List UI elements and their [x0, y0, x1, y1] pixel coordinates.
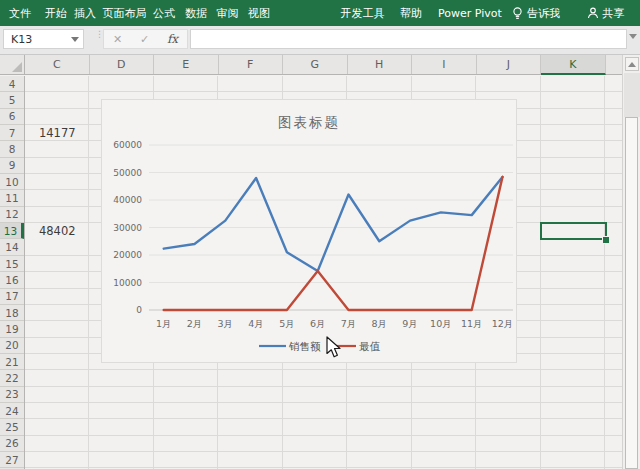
row-header-6[interactable]: 6 — [0, 109, 24, 125]
y-tick-label: 20000 — [113, 250, 142, 260]
row-header-10[interactable]: 10 — [0, 174, 24, 190]
x-tick-label-9: 9月 — [402, 318, 418, 329]
chart-object[interactable]: 01000020000300004000050000600001月2月3月4月5… — [101, 99, 517, 363]
ribbon-tab-页面布局[interactable]: 页面布局 — [103, 0, 147, 26]
ribbon-tab-label: 告诉我 — [527, 6, 560, 21]
scrollbar-track[interactable] — [624, 73, 640, 117]
x-tick-label-11: 11月 — [461, 318, 483, 329]
cell-C7[interactable]: 14177 — [25, 125, 90, 141]
row-header-26[interactable]: 26 — [0, 436, 24, 452]
y-tick-label: 30000 — [113, 223, 142, 233]
column-header-I[interactable]: I — [412, 55, 477, 74]
column-header-H[interactable]: H — [348, 55, 413, 74]
ribbon-tab-label: 视图 — [248, 6, 270, 21]
y-tick-label: 60000 — [113, 140, 142, 150]
row-header-14[interactable]: 14 — [0, 240, 24, 256]
column-header-C[interactable]: C — [25, 55, 90, 74]
y-tick-label: 40000 — [113, 195, 142, 205]
formula-input[interactable] — [190, 29, 627, 49]
legend-label-销售额[interactable]: 销售额 — [288, 340, 321, 352]
line-chart: 01000020000300004000050000600001月2月3月4月5… — [102, 100, 516, 362]
cell-C13[interactable]: 48402 — [25, 223, 90, 239]
ribbon-tab-label: 公式 — [153, 6, 175, 21]
row-header-18[interactable]: 18 — [0, 305, 24, 321]
row-header-23[interactable]: 23 — [0, 387, 24, 403]
ribbon-tab-label: 共享 — [603, 6, 625, 21]
row-header-27[interactable]: 27 — [0, 452, 24, 468]
ribbon-tab-label: Power Pivot — [438, 7, 502, 20]
ribbon-tab-开发工具[interactable]: 开发工具 — [341, 0, 385, 26]
row-header-20[interactable]: 20 — [0, 338, 24, 354]
row-header-8[interactable]: 8 — [0, 141, 24, 157]
row-header-22[interactable]: 22 — [0, 370, 24, 386]
x-tick-label-3: 3月 — [218, 318, 234, 329]
row-header-19[interactable]: 19 — [0, 321, 24, 337]
selected-cell-K13[interactable] — [540, 222, 607, 240]
x-tick-label-2: 2月 — [187, 318, 203, 329]
name-box-dropdown-icon[interactable] — [71, 37, 79, 42]
ribbon-tab-label: 插入 — [74, 6, 96, 21]
x-tick-label-8: 8月 — [372, 318, 388, 329]
row-header-9[interactable]: 9 — [0, 158, 24, 174]
column-header-E[interactable]: E — [154, 55, 219, 74]
scroll-up-arrow-icon — [628, 62, 636, 67]
y-tick-label: 0 — [136, 305, 142, 315]
column-headers: CDEFGHIJK — [25, 55, 622, 75]
row-header-11[interactable]: 11 — [0, 190, 24, 206]
row-header-17[interactable]: 17 — [0, 289, 24, 305]
row-headers: 4567891011121314151617181920212223242526… — [0, 76, 25, 469]
ribbon-tab-label: 开发工具 — [341, 6, 385, 21]
ribbon-tab-power-pivot[interactable]: Power Pivot — [438, 0, 502, 26]
y-tick-label: 50000 — [113, 168, 142, 178]
row-header-15[interactable]: 15 — [0, 256, 24, 272]
column-header-K[interactable]: K — [541, 55, 606, 75]
column-header-J[interactable]: J — [477, 55, 542, 74]
ribbon-tab-帮助[interactable]: 帮助 — [400, 0, 422, 26]
ribbon-tab-文件[interactable]: 文件 — [9, 0, 31, 26]
column-header-G[interactable]: G — [283, 55, 348, 74]
row-header-7[interactable]: 7 — [0, 125, 24, 141]
row-header-21[interactable]: 21 — [0, 354, 24, 370]
series-line-最值[interactable] — [164, 177, 503, 310]
name-box[interactable]: K13 — [3, 29, 84, 49]
select-all-corner[interactable] — [0, 55, 25, 75]
ribbon-tab-公式[interactable]: 公式 — [153, 0, 175, 26]
ribbon-tab-共享[interactable]: 共享 — [588, 0, 625, 26]
y-tick-label: 10000 — [113, 278, 142, 288]
select-all-triangle-icon — [12, 62, 22, 72]
row-header-4[interactable]: 4 — [0, 76, 24, 92]
row-header-5[interactable]: 5 — [0, 92, 24, 108]
vertical-scrollbar[interactable] — [622, 55, 640, 469]
column-header-D[interactable]: D — [90, 55, 155, 74]
ribbon-tab-label: 开始 — [45, 6, 67, 21]
person-icon — [588, 7, 599, 19]
ribbon-tab-开始[interactable]: 开始 — [45, 0, 67, 26]
ribbon-tab-审阅[interactable]: 审阅 — [217, 0, 239, 26]
mouse-cursor — [326, 336, 344, 360]
chart-title[interactable]: 图表标题 — [278, 114, 340, 130]
scrollbar-thumb[interactable] — [625, 117, 638, 469]
row-header-24[interactable]: 24 — [0, 403, 24, 419]
scroll-up-button[interactable] — [625, 57, 639, 71]
insert-function-icon[interactable]: fx — [167, 32, 178, 46]
row-header-25[interactable]: 25 — [0, 419, 24, 435]
row-header-13[interactable]: 13 — [0, 223, 24, 239]
series-line-销售额[interactable] — [164, 177, 503, 271]
fill-handle[interactable] — [602, 236, 610, 244]
name-box-value: K13 — [11, 33, 32, 46]
ribbon-tab-插入[interactable]: 插入 — [74, 0, 96, 26]
ribbon-tab-视图[interactable]: 视图 — [248, 0, 270, 26]
formula-bar-expand-icon[interactable] — [629, 34, 637, 39]
ribbon-tab-label: 页面布局 — [103, 6, 147, 21]
enter-icon[interactable]: ✓ — [140, 33, 149, 46]
ribbon-tab-数据[interactable]: 数据 — [185, 0, 207, 26]
cancel-icon[interactable]: ✕ — [113, 33, 122, 46]
row-header-16[interactable]: 16 — [0, 272, 24, 288]
x-tick-label-12: 12月 — [492, 318, 514, 329]
x-tick-label-4: 4月 — [248, 318, 264, 329]
row-header-12[interactable]: 12 — [0, 207, 24, 223]
legend-label-最值[interactable]: 最值 — [359, 340, 381, 352]
ribbon-tab-label: 审阅 — [217, 6, 239, 21]
column-header-F[interactable]: F — [219, 55, 284, 74]
ribbon-tab-告诉我[interactable]: 告诉我 — [512, 0, 560, 26]
